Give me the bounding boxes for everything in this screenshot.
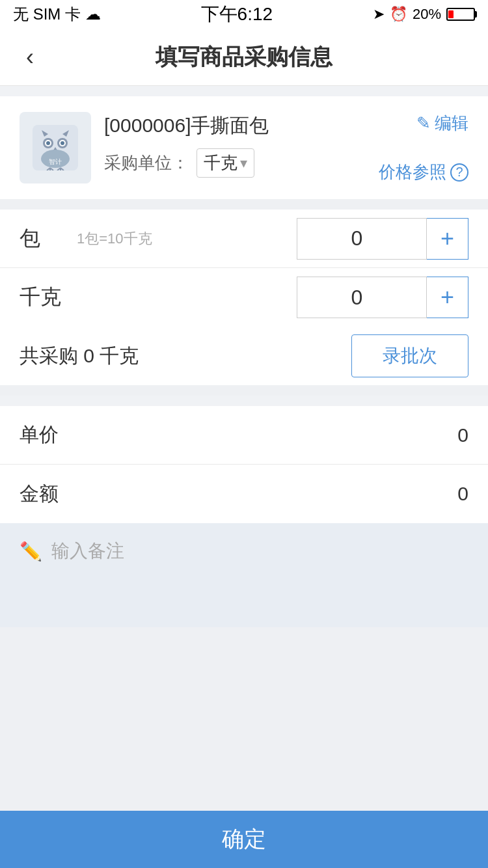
help-icon: ? [450,163,468,182]
edit-icon: ✎ [416,113,431,133]
qty-plus-kg[interactable]: + [427,277,468,318]
product-logo: 智计 [33,125,78,170]
unit-price-label: 单价 [20,422,59,448]
amount-value: 0 [457,483,468,505]
price-ref-button[interactable]: 价格参照 ? [379,161,468,183]
price-row-amount: 金额 0 [0,465,488,523]
svg-point-6 [61,141,64,145]
page-title: 填写商品采购信息 [156,42,332,72]
product-card: 智计 [0000006]手撕面包 采购单位： 千克 ▾ ✎ 编辑 价格参照 ? [0,96,488,199]
remark-placeholder: 输入备注 [51,539,124,563]
edit-label: 编辑 [435,112,468,135]
price-ref-label: 价格参照 [379,161,446,183]
battery-icon [446,8,475,21]
confirm-label: 确定 [222,824,266,854]
battery-percent: 20% [413,6,441,23]
total-row: 共采购 0 千克 录批次 [0,327,488,385]
nav-bar: ‹ 填写商品采购信息 [0,29,488,86]
remark-row[interactable]: ✏️ 输入备注 [20,539,468,563]
quantity-row-bao: 包 1包=10千克 + [0,210,488,268]
quantity-section: 包 1包=10千克 + 千克 + [0,210,488,327]
unit-value: 千克 [204,152,237,174]
price-row-unit: 单价 0 [0,406,488,465]
amount-label: 金额 [20,481,59,508]
status-right: ➤ ⏰ 20% [373,6,475,23]
unit-label: 采购单位： [104,152,189,174]
batch-button[interactable]: 录批次 [351,334,468,377]
back-button[interactable]: ‹ [20,37,40,77]
qty-plus-bao[interactable]: + [427,218,468,260]
sim-label: 无 SIM 卡 ☁ [13,4,101,25]
dropdown-arrow-icon: ▾ [240,155,247,172]
svg-point-5 [46,141,50,145]
qty-input-bao[interactable] [297,218,427,260]
pencil-icon: ✏️ [20,541,42,562]
location-icon: ➤ [373,6,385,23]
svg-text:智计: 智计 [49,158,62,165]
remark-section: ✏️ 输入备注 [0,523,488,627]
qty-label-bao: 包 [20,224,72,253]
product-image: 智计 [20,112,91,183]
qty-input-wrapper-bao: + [297,218,468,260]
qty-input-wrapper-kg: + [297,277,468,318]
confirm-button[interactable]: 确定 [0,811,488,868]
unit-price-value: 0 [457,424,468,446]
section-divider-1 [0,199,488,210]
price-section: 单价 0 金额 0 [0,406,488,523]
alarm-icon: ⏰ [390,6,407,23]
status-left: 无 SIM 卡 ☁ [13,4,101,25]
section-divider-2 [0,385,488,396]
product-name: [0000006]手撕面包 [104,112,468,139]
qty-sublabel-bao: 1包=10千克 [77,229,152,249]
qty-input-kg[interactable] [297,277,427,318]
quantity-row-kg: 千克 + [0,268,488,327]
qty-label-kg: 千克 [20,283,72,312]
status-bar: 无 SIM 卡 ☁ 下午6:12 ➤ ⏰ 20% [0,0,488,29]
batch-label: 录批次 [383,344,437,368]
unit-select[interactable]: 千克 ▾ [197,148,254,178]
total-text: 共采购 0 千克 [20,343,139,370]
edit-button[interactable]: ✎ 编辑 [416,112,468,135]
status-time: 下午6:12 [201,2,273,27]
